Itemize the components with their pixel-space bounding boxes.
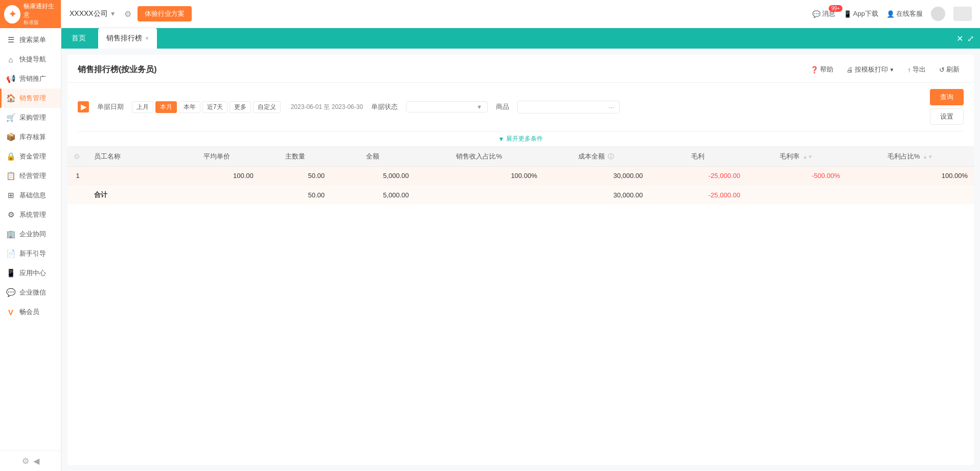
app-icon: 📱 xyxy=(844,10,852,18)
sidebar-item-capital-mgmt[interactable]: 🔒 资金管理 xyxy=(0,147,61,166)
sidebar-item-enterprise[interactable]: 🏢 企业协同 xyxy=(0,225,61,244)
company-selector[interactable]: XXXXX公司 ▼ xyxy=(70,9,116,18)
footer-main-qty: 50.00 xyxy=(260,185,331,205)
basic-info-icon: ⊞ xyxy=(6,191,15,200)
export-button[interactable]: ↑ 导出 xyxy=(904,63,930,76)
col-profit: 毛利 xyxy=(649,147,746,167)
date-btn-current-year[interactable]: 本年 xyxy=(179,101,200,113)
cost-info-icon[interactable]: ⓘ xyxy=(608,153,614,160)
sidebar-nav: ☰ 搜索菜单 ⌂ 快捷导航 📢 营销推广 🏠 销售管理 🛒 采购管理 📦 库存核… xyxy=(0,28,61,451)
sidebar-item-marketing[interactable]: 📢 营销推广 xyxy=(0,69,61,88)
sidebar-item-search-order[interactable]: ☰ 搜索菜单 xyxy=(0,30,61,50)
app-center-icon: 📱 xyxy=(6,268,15,278)
date-btn-prev-month[interactable]: 上月 xyxy=(132,101,153,113)
tab-sales-rank[interactable]: 销售排行榜 × xyxy=(98,28,157,49)
date-btn-custom[interactable]: 自定义 xyxy=(253,101,281,113)
sidebar-item-quick-nav[interactable]: ⌂ 快捷导航 xyxy=(0,50,61,69)
sidebar-item-app-center[interactable]: 📱 应用中心 xyxy=(0,263,61,283)
col-sales-pct: 销售收入占比% xyxy=(415,147,543,167)
date-btn-more[interactable]: 更多 xyxy=(230,101,251,113)
sidebar-item-label: 快捷导航 xyxy=(19,55,46,64)
table-header: ⚙ 员工名称 平均单价 主数量 xyxy=(67,147,974,167)
marketing-icon: 📢 xyxy=(6,74,15,83)
purchase-icon: 🛒 xyxy=(6,113,15,122)
sidebar-item-label: 采购管理 xyxy=(19,113,46,122)
tab-home[interactable]: 首页 xyxy=(61,28,96,49)
col-employee: 员工名称 xyxy=(88,147,174,167)
sidebar-settings-icon[interactable]: ⚙ xyxy=(22,456,29,466)
filter-row: ▶ 单据日期 上月 本月 本年 近7天 更多 自定义 2023-06-01 至 … xyxy=(78,89,964,131)
profit-pct-sort-icon[interactable]: ▲▼ xyxy=(923,154,933,160)
sidebar-item-wechat-biz[interactable]: 💬 企业微信 xyxy=(0,283,61,302)
help-button[interactable]: ❓ 帮助 xyxy=(806,63,837,76)
search-order-icon: ☰ xyxy=(6,35,15,44)
member-icon: V xyxy=(6,308,15,317)
logo-sub: 标准版 xyxy=(24,19,57,26)
goods-more-icon[interactable]: ··· xyxy=(608,103,614,111)
col-avg-price: 平均单价 xyxy=(174,147,260,167)
tab-expand-icon[interactable]: ⤢ xyxy=(967,34,974,43)
message-icon: 💬 xyxy=(812,10,821,18)
refresh-button[interactable]: ↺ 刷新 xyxy=(935,63,964,76)
sidebar-item-sys-mgmt[interactable]: ⚙ 系统管理 xyxy=(0,205,61,225)
sales-rank-table: ⚙ 员工名称 平均单价 主数量 xyxy=(67,147,974,205)
date-btn-7days[interactable]: 近7天 xyxy=(202,101,227,113)
goods-input[interactable]: ··· xyxy=(517,101,620,114)
trial-button[interactable]: 体验行业方案 xyxy=(138,6,192,21)
sidebar-item-basic-info[interactable]: ⊞ 基础信息 xyxy=(0,186,61,205)
template-print-button[interactable]: 🖨 按模板打印 ▼ xyxy=(842,63,899,76)
refresh-icon: ↺ xyxy=(939,66,945,74)
message-button[interactable]: 💬 消息 99+ xyxy=(812,9,835,18)
cell-avg-price: 100.00 xyxy=(174,167,260,185)
tabbar-actions: ✕ ⤢ xyxy=(956,34,980,43)
company-chevron-icon: ▼ xyxy=(110,10,116,17)
tab-close-icon[interactable]: × xyxy=(145,35,149,42)
sidebar-collapse-icon[interactable]: ◀ xyxy=(33,456,39,466)
footer-amount: 5,000.00 xyxy=(331,185,415,205)
topbar-right: 💬 消息 99+ 📱 App下载 👤 在线客服 xyxy=(812,7,972,21)
tab-close-all-icon[interactable]: ✕ xyxy=(956,34,963,43)
cell-profit: -25,000.00 xyxy=(649,167,746,185)
cell-cost-amount: 30,000.00 xyxy=(543,167,649,185)
tab-label: 销售排行榜 xyxy=(106,34,142,43)
guide-icon: 📄 xyxy=(6,249,15,258)
query-button[interactable]: 查询 xyxy=(930,89,964,105)
sidebar-item-label: 资金管理 xyxy=(19,152,46,161)
sidebar-item-label: 基础信息 xyxy=(19,191,46,200)
sidebar-item-guide[interactable]: 📄 新手引导 xyxy=(0,244,61,263)
app-download-button[interactable]: 📱 App下载 xyxy=(844,9,878,18)
online-service-button[interactable]: 👤 在线客服 xyxy=(886,9,923,18)
sidebar-item-label: 畅会员 xyxy=(19,307,39,317)
sys-icon: ⚙ xyxy=(6,210,15,219)
date-btn-current-month[interactable]: 本月 xyxy=(155,101,177,113)
service-label: 在线客服 xyxy=(896,9,923,18)
footer-avg-price xyxy=(174,185,260,205)
col-main-qty: 主数量 xyxy=(260,147,331,167)
column-settings-icon[interactable]: ⚙ xyxy=(74,152,80,161)
footer-cost-amount: 30,000.00 xyxy=(543,185,649,205)
cell-employee xyxy=(88,167,174,185)
status-select[interactable]: ▼ xyxy=(406,101,488,113)
sidebar-item-purchase-mgmt[interactable]: 🛒 采购管理 xyxy=(0,108,61,127)
service-icon: 👤 xyxy=(886,10,895,18)
sidebar-item-inventory[interactable]: 📦 库存核算 xyxy=(0,127,61,147)
topbar: XXXXX公司 ▼ ⚙ 体验行业方案 💬 消息 99+ 📱 App下载 👤 在线… xyxy=(61,0,980,28)
user-menu[interactable] xyxy=(953,7,972,21)
filter-settings-button[interactable]: 设置 xyxy=(930,108,964,125)
sidebar-item-biz-mgmt[interactable]: 📋 经营管理 xyxy=(0,166,61,186)
sidebar-item-member[interactable]: V 畅会员 xyxy=(0,302,61,322)
sidebar-item-sales-mgmt[interactable]: 🏠 销售管理 xyxy=(0,88,61,108)
app-label: App下载 xyxy=(853,9,878,18)
filter-collapse-button[interactable]: ▶ xyxy=(78,101,89,113)
sidebar-item-label: 搜索菜单 xyxy=(19,35,46,44)
topbar-gear-icon[interactable]: ⚙ xyxy=(124,9,131,19)
footer-label: 合计 xyxy=(88,185,174,205)
user-avatar[interactable] xyxy=(931,7,945,21)
sidebar-item-label: 应用中心 xyxy=(19,268,46,278)
expand-more-button[interactable]: ▼ 展开更多条件 xyxy=(78,131,964,146)
footer-profit-rate xyxy=(746,185,846,205)
col-cost-amount: 成本全额 ⓘ xyxy=(543,147,649,167)
date-range-display: 2023-06-01 至 2023-06-30 xyxy=(291,103,363,111)
profit-rate-sort-icon[interactable]: ▲▼ xyxy=(803,154,813,160)
footer-sales-pct xyxy=(415,185,543,205)
